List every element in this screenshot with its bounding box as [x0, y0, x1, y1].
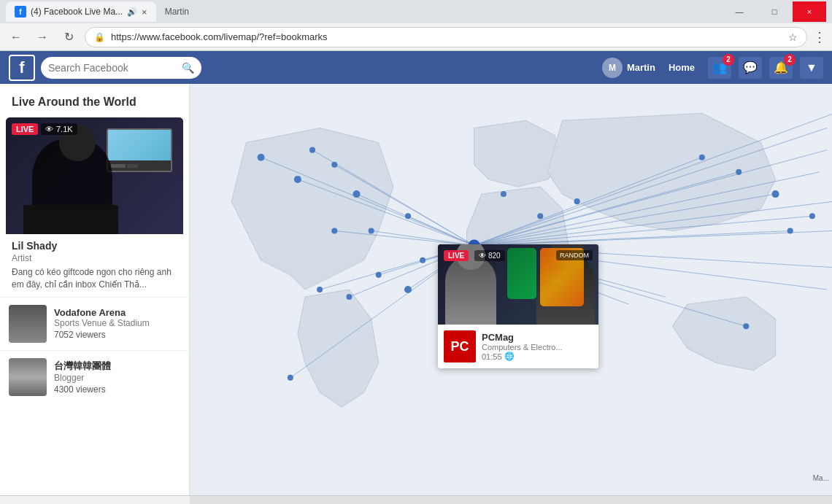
- close-button[interactable]: ×: [793, 1, 826, 22]
- minimize-button[interactable]: —: [723, 1, 756, 22]
- popup-info: PC PCMag Computers & Electro... 01:55 🌐: [438, 325, 598, 368]
- video-description: Đang có kéo giftcode ngon cho riêng anh …: [12, 266, 177, 291]
- svg-line-20: [474, 113, 832, 245]
- view-count-text: 820: [488, 252, 501, 260]
- title-bar: f (4) Facebook Live Ma... 🔊 × Martin — □…: [0, 0, 832, 23]
- svg-point-35: [258, 154, 265, 161]
- video-type: Artist: [12, 253, 177, 263]
- svg-point-45: [404, 286, 412, 293]
- svg-point-51: [809, 213, 815, 219]
- nav-right: M Martin Home 👥 2 💬 🔔 2 ▼: [602, 57, 823, 79]
- popup-text: PCMag Computers & Electro... 01:55 🌐: [482, 332, 593, 361]
- user-name: Martin: [627, 62, 655, 73]
- messages-button[interactable]: 💬: [739, 57, 762, 79]
- list-item[interactable]: 台灣韓韓團體 Blogger 4300 viewers: [0, 350, 189, 403]
- video-info: Lil Shady Artist Đang có kéo giftcode ng…: [6, 234, 183, 297]
- featured-video[interactable]: LIVE 👁 7.1K Lil Shady Artist Đang có kéo…: [6, 117, 183, 297]
- svg-point-39: [353, 190, 360, 198]
- browser-menu-icon[interactable]: ⋮: [813, 29, 826, 45]
- video-name: Lil Shady: [12, 240, 177, 252]
- browser-tab[interactable]: f (4) Facebook Live Ma... 🔊 ×: [6, 1, 156, 22]
- svg-line-13: [474, 172, 739, 246]
- user-name-label: Martin: [165, 7, 189, 17]
- list-item-info: 台灣韓韓團體 Blogger 4300 viewers: [54, 360, 180, 395]
- window-controls: — □ ×: [723, 1, 826, 22]
- sidebar: Live Around the World: [0, 84, 190, 495]
- eye-icon: 👁: [45, 125, 53, 133]
- svg-line-0: [261, 158, 474, 246]
- svg-line-1: [298, 179, 474, 246]
- home-link[interactable]: Home: [663, 59, 701, 76]
- svg-line-19: [474, 128, 827, 245]
- svg-point-41: [369, 228, 374, 233]
- search-input[interactable]: [48, 62, 176, 74]
- svg-point-59: [537, 213, 543, 219]
- list-item[interactable]: Vodafone Arena Sports Venue & Stadium 70…: [0, 297, 189, 350]
- bookmark-star-icon[interactable]: ☆: [788, 31, 798, 43]
- facebook-logo[interactable]: f: [9, 55, 35, 81]
- svg-line-5: [334, 230, 474, 245]
- svg-line-16: [474, 216, 812, 245]
- time-text: 01:55: [482, 352, 502, 361]
- svg-point-53: [405, 213, 411, 219]
- tab-close-button[interactable]: ×: [142, 7, 147, 18]
- list-item-thumbnail: [9, 305, 47, 343]
- address-bar: ← → ↻ 🔒 https://www.facebook.com/livemap…: [0, 23, 832, 51]
- svg-line-6: [371, 230, 474, 245]
- url-text: https://www.facebook.com/livemap/?ref=bo…: [111, 31, 782, 42]
- popup-channel: RANDOM: [556, 250, 593, 260]
- svg-point-36: [294, 176, 301, 183]
- list-item-thumbnail: [9, 358, 47, 396]
- forward-button[interactable]: →: [32, 27, 53, 47]
- avatar: M: [602, 58, 623, 78]
- featured-video-thumbnail: LIVE 👁 7.1K: [6, 117, 183, 234]
- popup-category: Computers & Electro...: [482, 343, 593, 352]
- map-popup[interactable]: LIVE 👁 820 RANDOM PC PCMag Computers & E…: [438, 244, 598, 368]
- tab-favicon: f: [15, 6, 26, 18]
- list-item-name: Vodafone Arena: [54, 307, 180, 318]
- list-item-type: Sports Venue & Stadium: [54, 318, 180, 328]
- list-item-viewers: 7052 viewers: [54, 330, 180, 340]
- svg-point-49: [772, 190, 779, 198]
- svg-point-42: [317, 287, 323, 292]
- list-item-info: Vodafone Arena Sports Venue & Stadium 70…: [54, 307, 180, 340]
- main-content: Live Around the World: [0, 84, 832, 495]
- facebook-navbar: f 🔍 M Martin Home 👥 2 💬 🔔 2 ▼: [0, 51, 832, 84]
- svg-point-46: [288, 375, 293, 381]
- svg-point-61: [574, 198, 580, 204]
- tab-title: (4) Facebook Live Ma...: [31, 7, 123, 17]
- notifications-badge: 2: [784, 54, 796, 66]
- lock-icon: 🔒: [94, 32, 105, 42]
- popup-view-count: 👁 820: [474, 250, 505, 261]
- view-count-text: 7.1K: [56, 125, 73, 133]
- svg-line-26: [408, 216, 474, 245]
- facebook-search-box[interactable]: 🔍: [41, 57, 201, 79]
- friends-button[interactable]: 👥 2: [708, 57, 731, 79]
- maximize-button[interactable]: □: [758, 1, 791, 22]
- popup-page-name: PCMag: [482, 332, 593, 343]
- notifications-button[interactable]: 🔔 2: [769, 57, 793, 79]
- svg-line-17: [474, 172, 820, 246]
- map-credit: Ma...: [813, 474, 829, 482]
- globe-icon: 🌐: [504, 352, 515, 361]
- popup-time: 01:55 🌐: [482, 352, 593, 361]
- sidebar-title: Live Around the World: [0, 93, 189, 117]
- back-button[interactable]: ←: [6, 27, 26, 47]
- svg-line-21: [474, 201, 832, 245]
- account-menu-button[interactable]: ▼: [800, 57, 823, 79]
- svg-point-54: [420, 257, 425, 263]
- reload-button[interactable]: ↻: [58, 27, 79, 47]
- svg-point-52: [743, 323, 749, 329]
- user-profile[interactable]: M Martin: [602, 58, 655, 78]
- friends-badge: 2: [723, 54, 734, 66]
- svg-line-2: [312, 150, 474, 246]
- eye-icon: 👁: [479, 252, 486, 260]
- url-bar[interactable]: 🔒 https://www.facebook.com/livemap/?ref=…: [85, 27, 807, 47]
- horizontal-scrollbar[interactable]: [0, 495, 832, 504]
- svg-point-43: [346, 294, 352, 300]
- svg-line-14: [474, 194, 776, 246]
- svg-line-18: [474, 150, 827, 246]
- svg-point-48: [736, 169, 742, 175]
- svg-line-3: [334, 165, 474, 246]
- list-item-name: 台灣韓韓團體: [54, 360, 180, 373]
